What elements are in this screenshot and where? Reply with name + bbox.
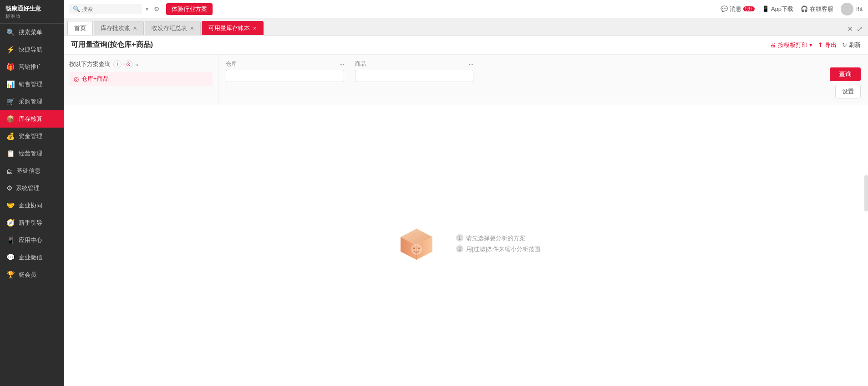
phone-icon: 📱 (762, 5, 769, 12)
sidebar-item-shortcut[interactable]: ⚡快捷导航 (0, 41, 64, 58)
sidebar-item-purchase[interactable]: 🛒采购管理 (0, 93, 64, 110)
headset-icon: 🎧 (801, 5, 808, 12)
sidebar-icon-inventory: 📦 (6, 115, 15, 123)
app-download-button[interactable]: 📱 App下载 (762, 5, 793, 13)
filter-scheme-panel: 按以下方案查询 + ⊙ « ◎ 仓库+商品 (64, 55, 218, 104)
sidebar-label-finance: 资金管理 (19, 132, 42, 140)
search-input[interactable] (82, 6, 137, 12)
sidebar-item-search[interactable]: 🔍搜索菜单 (0, 24, 64, 41)
topbar-dropdown-icon[interactable]: ▾ (146, 6, 148, 12)
page-header: 可用量查询(按仓库+商品) 🖨 按模板打印 ▾ ⬆ 导出 ↻ 刷新 (64, 36, 868, 55)
sidebar-label-member: 畅会员 (19, 271, 36, 279)
sidebar-item-marketing[interactable]: 🎁营销推广 (0, 58, 64, 76)
tab-available-ledger-label: 可用量库存账本 (208, 24, 250, 32)
tab-available-ledger-close[interactable]: ✕ (253, 26, 257, 31)
topbar-search-box[interactable]: 🔍 (69, 4, 142, 14)
print-label: 按模板打印 (778, 41, 807, 49)
print-button[interactable]: 🖨 按模板打印 ▾ (770, 41, 812, 49)
main-content: 🔍 ▾ ⚙ 体验行业方案 💬 消息 99+ 📱 App下载 🎧 在线客服 Rit (64, 0, 868, 386)
filter-scheme-warehouse-goods[interactable]: ◎ 仓库+商品 (69, 72, 213, 86)
sidebar-label-cooperation: 企业协同 (19, 201, 42, 210)
refresh-icon: ↻ (842, 41, 847, 48)
messages-label: 消息 (730, 5, 741, 13)
filter-collapse-icon[interactable]: « (135, 61, 138, 68)
empty-illustration-box (391, 220, 442, 271)
refresh-button[interactable]: ↻ 刷新 (842, 41, 861, 49)
warehouse-more-icon[interactable]: ··· (340, 61, 344, 67)
sidebar-icon-search: 🔍 (6, 28, 15, 36)
gear-icon[interactable]: ⚙ (154, 5, 160, 13)
sidebar-menu: 🔍搜索菜单⚡快捷导航🎁营销推广📊销售管理🛒采购管理📦库存核算💰资金管理📋经营管理… (0, 24, 64, 386)
print-dropdown-icon[interactable]: ▾ (809, 41, 812, 48)
sidebar-label-sales: 销售管理 (19, 80, 42, 88)
tab-bar: 首页 库存批次账 ✕ 收发存汇总表 ✕ 可用量库存账本 ✕ ✕ ⤢ (64, 18, 868, 36)
sidebar-item-cooperation[interactable]: 🤝企业协同 (0, 197, 64, 214)
sidebar-logo-title: 畅康通好生意 (5, 5, 58, 13)
export-button[interactable]: ⬆ 导出 (818, 41, 837, 49)
filter-settings-icon[interactable]: ⊙ (124, 60, 132, 68)
messages-button[interactable]: 💬 消息 99+ (721, 5, 755, 13)
warehouse-input[interactable] (226, 70, 344, 82)
hint-text-2: 用[过滤]条件来缩小分析范围 (466, 245, 540, 253)
sidebar-item-operation[interactable]: 📋经营管理 (0, 145, 64, 162)
search-icon: 🔍 (73, 5, 80, 12)
tab-receive-summary[interactable]: 收发存汇总表 ✕ (145, 21, 201, 35)
sidebar-item-wechat[interactable]: 💬企业微信 (0, 249, 64, 266)
export-label: 导出 (825, 41, 837, 49)
sidebar-icon-member: 🏆 (6, 271, 15, 279)
goods-more-icon[interactable]: ··· (469, 61, 473, 67)
filter-fields: 仓库 ··· 商品 ··· 查询 设置 (218, 55, 868, 104)
online-service-button[interactable]: 🎧 在线客服 (801, 5, 833, 13)
tab-batch-ledger[interactable]: 库存批次账 ✕ (94, 21, 144, 35)
right-scrollbar[interactable] (864, 175, 868, 211)
sidebar-item-member[interactable]: 🏆畅会员 (0, 266, 64, 283)
tab-receive-summary-close[interactable]: ✕ (190, 26, 194, 31)
settings-button[interactable]: 设置 (835, 85, 861, 98)
empty-hints: 1 请先选择要分析的方案 2 用[过滤]条件来缩小分析范围 (456, 234, 540, 256)
goods-input[interactable] (355, 70, 473, 82)
box-svg (391, 220, 442, 270)
hint-text-1: 请先选择要分析的方案 (466, 234, 525, 242)
sidebar-item-finance[interactable]: 💰资金管理 (0, 128, 64, 145)
sidebar-item-basic[interactable]: 🗂基础信息 (0, 162, 64, 180)
sidebar-item-apps[interactable]: 📱应用中心 (0, 232, 64, 249)
tab-batch-ledger-label: 库存批次账 (101, 24, 130, 32)
sidebar-item-sales[interactable]: 📊销售管理 (0, 76, 64, 93)
sidebar-label-wechat: 企业微信 (19, 253, 42, 262)
filter-header: 按以下方案查询 + ⊙ « (69, 60, 213, 68)
sidebar-item-inventory[interactable]: 📦库存核算 (0, 110, 64, 128)
tab-expand-icon[interactable]: ⤢ (855, 23, 864, 35)
filter-add-icon[interactable]: + (113, 60, 122, 68)
sidebar-label-inventory: 库存核算 (19, 115, 42, 123)
sidebar-icon-marketing: 🎁 (6, 63, 15, 71)
topbar-right: 💬 消息 99+ 📱 App下载 🎧 在线客服 Rit (721, 3, 863, 15)
sidebar: 畅康通好生意 标准版 🔍搜索菜单⚡快捷导航🎁营销推广📊销售管理🛒采购管理📦库存核… (0, 0, 64, 386)
app-download-label: App下载 (771, 5, 793, 13)
tab-home[interactable]: 首页 (67, 21, 93, 35)
filter-header-label: 按以下方案查询 (69, 60, 111, 68)
sidebar-label-purchase: 采购管理 (19, 98, 42, 106)
trial-button[interactable]: 体验行业方案 (166, 3, 213, 15)
sidebar-item-system[interactable]: ⚙系统管理 (0, 180, 64, 197)
sidebar-item-newbie[interactable]: 🧭新手引导 (0, 214, 64, 232)
content-area: 1 请先选择要分析的方案 2 用[过滤]条件来缩小分析范围 (64, 104, 868, 386)
hint-num-2: 2 (456, 245, 463, 252)
filter-panel: 按以下方案查询 + ⊙ « ◎ 仓库+商品 仓库 ··· (64, 55, 868, 104)
tab-available-ledger[interactable]: 可用量库存账本 ✕ (202, 21, 264, 35)
sidebar-logo: 畅康通好生意 标准版 (0, 0, 64, 24)
filter-fields-row: 仓库 ··· 商品 ··· (226, 60, 822, 82)
sidebar-icon-finance: 💰 (6, 132, 15, 140)
sidebar-label-search: 搜索菜单 (19, 28, 42, 36)
sidebar-icon-purchase: 🛒 (6, 98, 15, 106)
tab-close-icon[interactable]: ✕ (845, 23, 855, 35)
page-title: 可用量查询(按仓库+商品) (71, 40, 153, 50)
goods-label: 商品 ··· (355, 60, 473, 68)
username-label: Rit (855, 5, 863, 12)
scheme-name: 仓库+商品 (81, 75, 109, 83)
tab-batch-ledger-close[interactable]: ✕ (133, 26, 137, 31)
query-button[interactable]: 查询 (830, 67, 861, 81)
user-area[interactable]: Rit (841, 3, 863, 15)
sidebar-icon-wechat: 💬 (6, 253, 15, 262)
warehouse-field: 仓库 ··· (226, 60, 344, 82)
export-icon: ⬆ (818, 41, 823, 48)
